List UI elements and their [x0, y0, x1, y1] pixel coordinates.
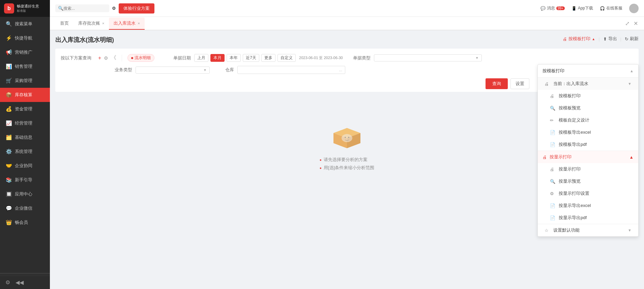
sidebar-collapse-icon[interactable]: ◀◀: [16, 279, 24, 286]
display-settings-icon: ⚙: [550, 191, 555, 196]
svg-point-4: [345, 137, 346, 138]
display-section-header[interactable]: 🖨 按显示打印 ▲: [538, 151, 638, 163]
display-excel-icon: 📄: [550, 203, 555, 208]
display-header-icon: 🖨: [543, 155, 547, 160]
chevron-up-icon: ▲: [592, 37, 595, 41]
print-template-btn[interactable]: 🖨 按模板打印 ▲: [563, 36, 595, 42]
query-btn[interactable]: 查询: [486, 78, 508, 89]
doc-type-arrow: ▼: [475, 56, 479, 60]
logo-area: b 畅捷通好生意 标准版: [0, 0, 50, 17]
display-header-label: 按显示打印: [550, 154, 572, 160]
template-excel-icon: 📄: [550, 130, 555, 135]
dropdown-template-print[interactable]: 🖨 按模板打印: [538, 90, 638, 102]
dropdown-display-print[interactable]: 🖨 按显示打印: [538, 163, 638, 175]
topbar-search-box[interactable]: 🔍: [55, 4, 109, 12]
sidebar-nav: 🔍 搜索菜单 ⚡ 快捷导航 📢 营销推广 📊 销售管理 🛒 采购管理 📦 库存核…: [0, 17, 50, 273]
user-avatar[interactable]: [629, 4, 639, 13]
dropdown-set-default[interactable]: ☆ 设置默认功能 ▼: [538, 224, 638, 236]
app-download-item[interactable]: 📱 App下载: [572, 5, 593, 11]
biz-type-label: 业务类型: [115, 67, 132, 73]
sidebar-item-purchase[interactable]: 🛒 采购管理: [0, 74, 50, 88]
tab-batch-close[interactable]: ×: [102, 22, 104, 25]
print-template-label: 按模板打印: [568, 36, 590, 42]
sidebar-item-system[interactable]: ⚙️ 系统管理: [0, 144, 50, 159]
date-this-month[interactable]: 本月: [210, 54, 225, 62]
doc-type-group: 单据类型 ▼: [353, 54, 633, 61]
export-icon: ⬆: [603, 36, 607, 42]
empty-illustration: [327, 116, 367, 150]
refresh-icon: ↻: [625, 36, 628, 42]
date-last-month[interactable]: 上月: [194, 54, 208, 62]
tab-flow-close[interactable]: ×: [138, 22, 140, 25]
tab-home[interactable]: 首页: [55, 18, 74, 30]
sidebar-item-inventory[interactable]: 📦 库存核算: [0, 88, 50, 102]
topbar-settings-icon[interactable]: ⚙: [112, 6, 116, 11]
message-item[interactable]: 💬 消息 99+: [540, 5, 565, 11]
toolbar-divider-1: |: [598, 36, 599, 42]
display-settings-label: 按显示打印设置: [559, 190, 589, 196]
dropdown-display-excel[interactable]: 📄 按显示导出excel: [538, 200, 638, 212]
dropdown-template-excel[interactable]: 📄 按模板导出excel: [538, 126, 638, 138]
tab-close-btn[interactable]: ✕: [633, 20, 639, 27]
dropdown-display-preview[interactable]: 🔍 按显示预览: [538, 175, 638, 187]
sidebar-item-search[interactable]: 🔍 搜索菜单: [0, 17, 50, 31]
dropdown-current[interactable]: 🖨 当前：出入库流水 ▼: [538, 78, 638, 90]
sidebar-label-purchase: 采购管理: [15, 78, 32, 84]
online-service-item[interactable]: 🎧 在线客服: [600, 5, 622, 11]
sidebar-gear-icon[interactable]: ⚙: [5, 279, 10, 286]
trial-button[interactable]: 体验行业方案: [119, 3, 154, 14]
sidebar-item-sales[interactable]: 📊 销售管理: [0, 59, 50, 74]
warehouse-select[interactable]: ...: [237, 66, 345, 74]
sidebar-item-finance[interactable]: 💰 资金管理: [0, 102, 50, 116]
sidebar-label-cooperation: 企业协同: [15, 163, 32, 169]
doc-type-label: 单据类型: [353, 55, 371, 61]
dropdown-panel: 按模板打印 ▲ 🖨 当前：出入库流水 ▼ 🖨 按模板打印 🔍 按模板预览: [537, 64, 639, 237]
export-btn[interactable]: ⬆ 导出: [603, 36, 617, 42]
biz-type-select[interactable]: ▼: [136, 67, 210, 74]
tab-flow-detail[interactable]: 出入库流水 ×: [109, 18, 144, 30]
sidebar-item-wechat[interactable]: 💬 企业微信: [0, 201, 50, 215]
filter-settings-btn2[interactable]: 设置: [510, 78, 529, 89]
sidebar-icon-system: ⚙️: [5, 148, 12, 155]
sidebar-item-guide[interactable]: 📚 新手引导: [0, 173, 50, 187]
date-7days[interactable]: 近7天: [243, 54, 259, 62]
sidebar-item-member[interactable]: 👑 畅会员: [0, 215, 50, 230]
sidebar-item-basic[interactable]: 🗂️ 基础信息: [0, 130, 50, 144]
template-section: 🖨 按模板打印 🔍 按模板预览 ✏ 模板自定义设计 📄 按模板导出excel 📄: [538, 90, 638, 151]
tab-batch-account[interactable]: 库存批次账 ×: [74, 18, 109, 30]
warehouse-more-icon[interactable]: ...: [339, 68, 342, 72]
topbar-search-input[interactable]: [63, 6, 104, 11]
date-this-year[interactable]: 本年: [227, 54, 241, 62]
filter-collapse-btn[interactable]: 《: [111, 54, 116, 61]
sidebar-item-app-center[interactable]: 🔲 应用中心: [0, 187, 50, 201]
filter-settings-btn[interactable]: ⚙: [104, 55, 108, 61]
doc-type-select[interactable]: ▼: [374, 54, 482, 61]
headset-icon: 🎧: [600, 6, 605, 11]
filter-add-btn[interactable]: +: [98, 55, 101, 61]
template-print-icon: 🖨: [550, 94, 555, 99]
dropdown-chevron-up[interactable]: ▲: [630, 69, 634, 73]
app-name: 畅捷通好生意: [17, 4, 39, 9]
date-custom[interactable]: 自定义: [277, 54, 296, 62]
sidebar-item-cooperation[interactable]: 🤝 企业协同: [0, 159, 50, 173]
template-print-label: 按模板打印: [559, 93, 581, 99]
dropdown-display-pdf[interactable]: 📄 按显示导出pdf: [538, 212, 638, 224]
filter-divider: [122, 55, 122, 61]
template-pdf-label: 按模板导出pdf: [559, 141, 587, 148]
sidebar-item-operations[interactable]: 📈 经营管理: [0, 116, 50, 130]
sidebar-icon-guide: 📚: [5, 177, 12, 183]
dropdown-template-custom[interactable]: ✏ 模板自定义设计: [538, 114, 638, 126]
dropdown-display-settings[interactable]: ⚙ 按显示打印设置: [538, 187, 638, 200]
sidebar-label-wechat: 企业微信: [15, 205, 32, 211]
sidebar-item-marketing[interactable]: 📢 营销推广: [0, 45, 50, 59]
message-badge: 99+: [556, 6, 565, 10]
dropdown-template-preview[interactable]: 🔍 按模板预览: [538, 102, 638, 114]
sidebar-item-quick-nav[interactable]: ⚡ 快捷导航: [0, 31, 50, 45]
sidebar: b 畅捷通好生意 标准版 🔍 搜索菜单 ⚡ 快捷导航 📢 营销推广 📊 销售管理…: [0, 0, 50, 289]
dropdown-template-pdf[interactable]: 📄 按模板导出pdf: [538, 138, 638, 151]
refresh-btn[interactable]: ↻ 刷新: [625, 36, 639, 42]
display-section: 🖨 按显示打印 🔍 按显示预览 ⚙ 按显示打印设置 📄 按显示导出excel 📄: [538, 163, 638, 224]
date-more[interactable]: 更多: [261, 54, 275, 62]
filter-actions: + ⚙ 《: [98, 54, 116, 61]
tab-maximize-btn[interactable]: ⤢: [624, 20, 630, 27]
